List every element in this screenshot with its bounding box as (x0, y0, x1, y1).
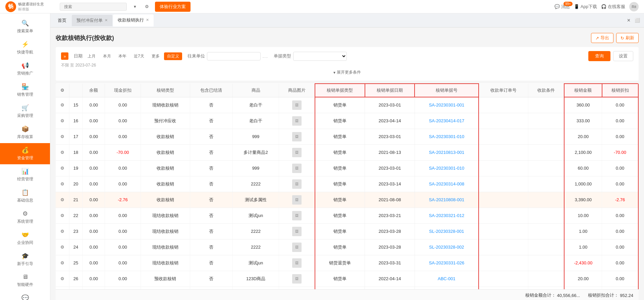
col-verifybilltype-header: 核销单据类型 (315, 84, 365, 97)
sidebar-item-搜索菜单[interactable]: 🔍搜索菜单 (0, 16, 50, 37)
date-week-btn[interactable]: 近7天 (131, 52, 147, 60)
sidebar-icon: 📊 (21, 168, 29, 175)
bill-no-link[interactable]: SL-20230328-001 (429, 229, 464, 234)
col-verifybilltype: 销货单 (315, 97, 365, 113)
col-gear[interactable]: ⚙ (56, 239, 69, 255)
col-gear[interactable]: ⚙ (56, 176, 69, 192)
unit-dots[interactable]: ... (263, 54, 268, 59)
sidebar-item-系统管理[interactable]: ⚙系统管理 (0, 207, 50, 228)
notify-btn[interactable]: 💬 消息 99+ (554, 4, 570, 10)
dropdown-icon[interactable]: ▾ (131, 3, 139, 11)
search-input[interactable] (60, 3, 127, 11)
col-verifybillno[interactable]: SL-20230408-001 (415, 287, 478, 289)
col-gear[interactable]: ⚙ (56, 287, 69, 289)
sidebar-icon: 🛒 (21, 104, 29, 112)
col-verifybilltype: 销货单 (315, 176, 365, 192)
app-download-btn[interactable]: 📱 App下载 (574, 4, 597, 10)
bill-no-link[interactable]: SA-20210813-001 (429, 150, 465, 155)
table-scroll[interactable]: ⚙ 余额 现金折扣 核销类型 包含已结清 商品 商品图片 核销单据类型 核销单据… (56, 83, 639, 289)
col-includesettled: 否 (190, 287, 232, 289)
date-year-btn[interactable]: 本年 (115, 52, 129, 60)
online-service-btn[interactable]: 🎧 在线客服 (601, 4, 625, 10)
sidebar-item-企业微信[interactable]: 💬企业微信 (0, 291, 50, 300)
col-gear[interactable]: ⚙ (56, 271, 69, 287)
col-gear[interactable]: ⚙ (56, 208, 69, 223)
col-verifybillno[interactable]: SL-20230328-002 (415, 239, 478, 255)
bill-no-link[interactable]: SA-20230301-010 (429, 166, 465, 171)
col-verifybillno[interactable]: SA-20230331-026 (415, 255, 478, 271)
settings-icon[interactable]: ⚙ (143, 3, 151, 11)
product-img-thumb: 🖼 (292, 100, 302, 110)
col-verifybillno[interactable]: SA-20230321-012 (415, 208, 478, 223)
col-receiptorderno (479, 113, 528, 129)
bill-no-link[interactable]: SA-20230321-012 (429, 213, 465, 218)
query-btn[interactable]: 查询 (588, 51, 610, 61)
close-tab1-icon[interactable]: ✕ (105, 18, 108, 23)
tab-prepay[interactable]: 预付冲应付单 ✕ (72, 15, 112, 26)
sidebar-item-智能硬件[interactable]: 🖥智能硬件 (0, 270, 50, 291)
col-gear[interactable]: ⚙ (56, 97, 69, 113)
col-verifyamount: 10.00 (564, 208, 602, 223)
sidebar-item-新手引导[interactable]: 🎓新手引导 (0, 249, 50, 270)
col-gear[interactable]: ⚙ (56, 160, 69, 176)
col-gear[interactable]: ⚙ (56, 192, 69, 208)
export-btn[interactable]: ↗ 导出 (591, 33, 613, 43)
sidebar-item-营销推广[interactable]: 📢营销推广 (0, 58, 50, 80)
date-more-btn[interactable]: 更多 (149, 52, 163, 60)
bill-no-link[interactable]: SA-20230301-010 (429, 134, 465, 139)
col-balance: 0.00 (83, 208, 105, 223)
col-verifybillno[interactable]: SA-20230301-010 (415, 160, 478, 176)
bill-no-link[interactable]: SA-20230414-017 (429, 118, 465, 123)
col-balance: 0.00 (83, 144, 105, 160)
user-avatar[interactable]: Rit (629, 2, 639, 11)
sidebar-item-企业协同[interactable]: 🤝企业协同 (0, 228, 50, 249)
sidebar-item-采购管理[interactable]: 🛒采购管理 (0, 101, 50, 122)
col-verifybillno[interactable]: SA-20230301-010 (415, 129, 478, 144)
bill-no-link[interactable]: ABC-001 (438, 276, 455, 281)
tab-home[interactable]: 首页 (53, 15, 71, 26)
industry-btn[interactable]: 体验行业方案 (155, 2, 191, 12)
bill-no-link[interactable]: SA-20210808-001 (429, 197, 465, 202)
col-verifybillno[interactable]: SA-20230414-017 (415, 113, 478, 129)
sidebar-icon: ⚙ (22, 210, 28, 217)
col-verifybillno[interactable]: ABC-001 (415, 271, 478, 287)
sidebar-label: 企业协同 (17, 240, 33, 246)
sidebar-expand-btn[interactable]: » (61, 52, 68, 60)
sidebar-item-经营管理[interactable]: 📊经营管理 (0, 164, 50, 185)
billtype-select[interactable] (293, 52, 347, 61)
close-window-icon[interactable]: ✕ (625, 16, 633, 25)
col-gear[interactable]: ⚙ (56, 223, 69, 239)
sidebar-item-库存核算[interactable]: 📦库存核算 (0, 122, 50, 143)
sidebar-item-快捷导航[interactable]: ⚡快捷导航 (0, 37, 50, 58)
col-verifyamount: 3,390.00 (564, 192, 602, 208)
bill-no-link[interactable]: SA-20230331-026 (429, 260, 465, 265)
col-verifybillno[interactable]: SA-20230314-008 (415, 176, 478, 192)
bill-no-link[interactable]: SA-20230314-008 (429, 181, 465, 186)
col-verifybillno[interactable]: SA-20230301-001 (415, 97, 478, 113)
sidebar-item-销售管理[interactable]: 🏪销售管理 (0, 80, 50, 101)
sidebar-item-资金管理[interactable]: 💰资金管理 (0, 143, 50, 164)
bill-no-link[interactable]: SA-20230301-001 (429, 102, 465, 108)
unit-input[interactable] (207, 52, 261, 60)
col-gear[interactable]: ⚙ (56, 144, 69, 160)
product-img-thumb: 🖼 (292, 274, 302, 284)
col-gear[interactable]: ⚙ (56, 129, 69, 144)
sidebar-item-基础信息[interactable]: 📋基础信息 (0, 185, 50, 207)
tab-receipts[interactable]: 收款核销执行 ✕ (113, 14, 154, 27)
date-curr-month-btn[interactable]: 本月 (100, 52, 114, 60)
col-seq-header (69, 84, 83, 97)
setting-btn[interactable]: 设置 (613, 51, 633, 61)
date-prev-month-btn[interactable]: 上月 (85, 52, 99, 60)
col-verifybillno[interactable]: SL-20230328-001 (415, 223, 478, 239)
date-custom-btn[interactable]: 自定义 (164, 52, 182, 60)
expand-more-btn[interactable]: ▾ 展开更多条件 (61, 70, 633, 75)
maximize-icon[interactable]: ⬜ (633, 16, 641, 25)
col-gear[interactable]: ⚙ (56, 113, 69, 129)
col-verifybillno[interactable]: SA-20210813-001 (415, 144, 478, 160)
bill-no-link[interactable]: SL-20230328-002 (429, 245, 464, 250)
close-tab2-icon[interactable]: ✕ (146, 18, 149, 22)
col-verifybillno[interactable]: SA-20210808-001 (415, 192, 478, 208)
refresh-btn[interactable]: ↻ 刷新 (616, 33, 639, 43)
col-verifybillno-header: 核销单据号 (415, 84, 478, 97)
col-gear[interactable]: ⚙ (56, 255, 69, 271)
